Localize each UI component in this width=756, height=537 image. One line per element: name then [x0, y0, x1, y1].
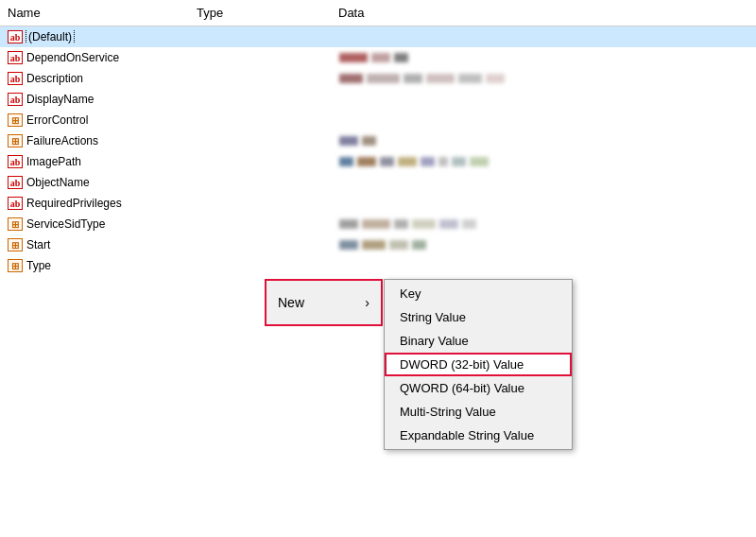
reg-icon: ⊞	[8, 259, 23, 272]
row-name-text: ServiceSidType	[26, 217, 105, 231]
column-data: Data	[338, 6, 748, 20]
row-name-text: Type	[26, 259, 51, 272]
row-name-text: DisplayName	[26, 93, 94, 106]
column-name: Name	[8, 6, 197, 20]
ab-icon: ab	[8, 30, 23, 43]
row-name-cell: ⊞FailureActions	[8, 134, 197, 147]
submenu-item-dword[interactable]: DWORD (32-bit) Value	[385, 353, 572, 376]
table-row[interactable]: abDisplayName	[0, 89, 756, 110]
row-name-text: ErrorControl	[26, 113, 88, 127]
data-block	[458, 74, 482, 83]
row-name-cell: ⊞Start	[8, 238, 197, 251]
row-name-text: (Default)	[26, 30, 74, 43]
row-data-cell	[338, 157, 748, 166]
reg-icon: ⊞	[8, 238, 23, 251]
row-name-text: Start	[26, 238, 50, 251]
data-block	[357, 157, 376, 166]
ab-icon: ab	[8, 72, 23, 85]
new-button-label: New	[278, 295, 304, 310]
data-block	[339, 219, 358, 229]
data-block	[438, 157, 448, 166]
row-name-cell: abImagePath	[8, 155, 197, 168]
table-row[interactable]: ⊞FailureActions	[0, 130, 756, 151]
data-block	[362, 240, 386, 250]
row-name-text: RequiredPrivileges	[26, 197, 122, 210]
row-name-cell: ⊞ErrorControl	[8, 113, 197, 127]
table-row[interactable]: ⊞Type	[0, 255, 756, 276]
submenu: KeyString ValueBinary ValueDWORD (32-bit…	[384, 279, 573, 450]
data-block	[439, 219, 458, 229]
submenu-item-expandable[interactable]: Expandable String Value	[385, 424, 572, 447]
row-name-cell: abObjectName	[8, 176, 197, 189]
data-block	[452, 157, 466, 166]
column-type: Type	[197, 6, 338, 20]
reg-icon: ⊞	[8, 217, 23, 231]
submenu-item-multistring[interactable]: Multi-String Value	[385, 400, 572, 424]
data-block	[421, 157, 435, 166]
row-name-cell: ⊞Type	[8, 259, 197, 272]
row-data-cell	[338, 53, 748, 62]
row-data-cell	[338, 240, 748, 250]
submenu-item-key[interactable]: Key	[385, 282, 572, 305]
new-button[interactable]: New ›	[265, 279, 383, 326]
row-name-text: ObjectName	[26, 176, 90, 189]
ab-icon: ab	[8, 197, 23, 210]
data-block	[394, 219, 408, 229]
data-block	[389, 240, 408, 250]
table-row[interactable]: abObjectName	[0, 172, 756, 193]
submenu-item-string[interactable]: String Value	[385, 305, 572, 329]
data-block	[398, 157, 417, 166]
registry-panel: Name Type Data ab(Default)abDependOnServ…	[0, 0, 756, 537]
table-header: Name Type Data	[0, 0, 756, 26]
data-block	[339, 157, 353, 166]
table-row[interactable]: ⊞ServiceSidType	[0, 214, 756, 234]
data-block	[412, 240, 426, 250]
table-body: ab(Default)abDependOnServiceabDescriptio…	[0, 26, 756, 276]
row-name-cell: abRequiredPrivileges	[8, 197, 197, 210]
data-block	[380, 157, 394, 166]
data-block	[367, 74, 400, 83]
table-row[interactable]: abDescription	[0, 68, 756, 89]
ab-icon: ab	[8, 51, 23, 64]
data-block	[362, 219, 390, 229]
data-block	[339, 240, 358, 250]
row-data-cell	[338, 136, 748, 146]
data-block	[404, 74, 422, 83]
reg-icon: ⊞	[8, 113, 23, 127]
row-data-cell	[338, 74, 748, 83]
data-block	[462, 219, 476, 229]
row-name-cell: abDescription	[8, 72, 197, 85]
table-row[interactable]: abDependOnService	[0, 47, 756, 68]
row-name-cell: abDisplayName	[8, 93, 197, 106]
data-block	[426, 74, 455, 83]
data-block	[339, 53, 368, 62]
data-block	[371, 53, 390, 62]
data-block	[339, 136, 358, 146]
submenu-item-binary[interactable]: Binary Value	[385, 329, 572, 353]
data-block	[470, 157, 489, 166]
table-row[interactable]: abImagePath	[0, 151, 756, 172]
table-row[interactable]: ⊞ErrorControl	[0, 110, 756, 130]
new-button-arrow: ›	[365, 295, 369, 310]
data-block	[394, 53, 408, 62]
row-name-cell: abDependOnService	[8, 51, 197, 64]
data-block	[339, 74, 363, 83]
row-name-text: FailureActions	[26, 134, 98, 147]
table-row[interactable]: ⊞Start	[0, 234, 756, 255]
ab-icon: ab	[8, 155, 23, 168]
row-data-cell	[338, 219, 748, 229]
table-row[interactable]: ab(Default)	[0, 26, 756, 47]
ab-icon: ab	[8, 176, 23, 189]
submenu-item-qword[interactable]: QWORD (64-bit) Value	[385, 376, 572, 400]
row-name-text: DependOnService	[26, 51, 119, 64]
data-block	[362, 136, 376, 146]
row-name-cell: ⊞ServiceSidType	[8, 217, 197, 231]
data-block	[412, 219, 436, 229]
row-name-text: Description	[26, 72, 83, 85]
data-block	[486, 74, 505, 83]
row-name-text: ImagePath	[26, 155, 81, 168]
row-name-cell: ab(Default)	[8, 30, 197, 43]
reg-icon: ⊞	[8, 134, 23, 147]
table-row[interactable]: abRequiredPrivileges	[0, 193, 756, 214]
ab-icon: ab	[8, 93, 23, 106]
